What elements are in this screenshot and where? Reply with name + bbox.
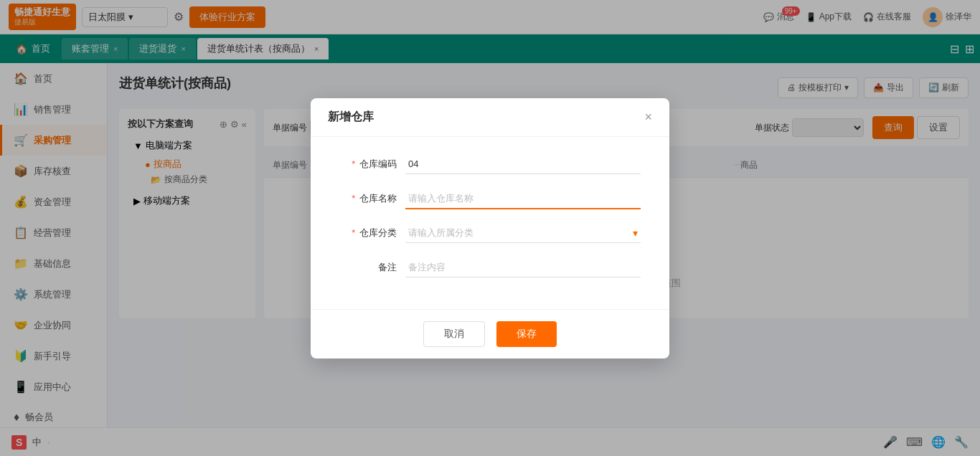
remark-input[interactable] [405, 257, 641, 277]
new-warehouse-modal: 新增仓库 × * 仓库编码 * 仓库名称 [311, 98, 669, 358]
modal-footer: 取消 保存 [311, 309, 669, 358]
form-row-remark: 备注 [339, 257, 641, 277]
cancel-button[interactable]: 取消 [423, 321, 485, 347]
save-button[interactable]: 保存 [496, 321, 557, 347]
warehouse-code-input[interactable] [405, 154, 641, 174]
modal-body: * 仓库编码 * 仓库名称 * 仓库分类 请输入所属 [311, 137, 669, 309]
required-star-category: * [352, 227, 355, 238]
required-star-code: * [352, 158, 355, 169]
warehouse-category-select[interactable]: 请输入所属分类 ▾ [405, 224, 641, 243]
category-placeholder: 请输入所属分类 [408, 227, 633, 239]
form-row-code: * 仓库编码 [339, 154, 641, 174]
category-arrow-icon: ▾ [633, 227, 638, 239]
form-label-code: * 仓库编码 [339, 158, 397, 171]
modal-title: 新增仓库 [328, 110, 374, 125]
warehouse-name-input[interactable] [405, 189, 641, 209]
modal-overlay: 新增仓库 × * 仓库编码 * 仓库名称 [0, 0, 980, 456]
required-star-name: * [352, 193, 355, 204]
modal-close-button[interactable]: × [644, 110, 652, 125]
form-label-name: * 仓库名称 [339, 192, 397, 205]
form-row-category: * 仓库分类 请输入所属分类 ▾ [339, 224, 641, 243]
form-label-remark: 备注 [339, 261, 397, 274]
form-label-category: * 仓库分类 [339, 227, 397, 239]
form-row-name: * 仓库名称 [339, 189, 641, 209]
modal-header: 新增仓库 × [311, 98, 669, 137]
